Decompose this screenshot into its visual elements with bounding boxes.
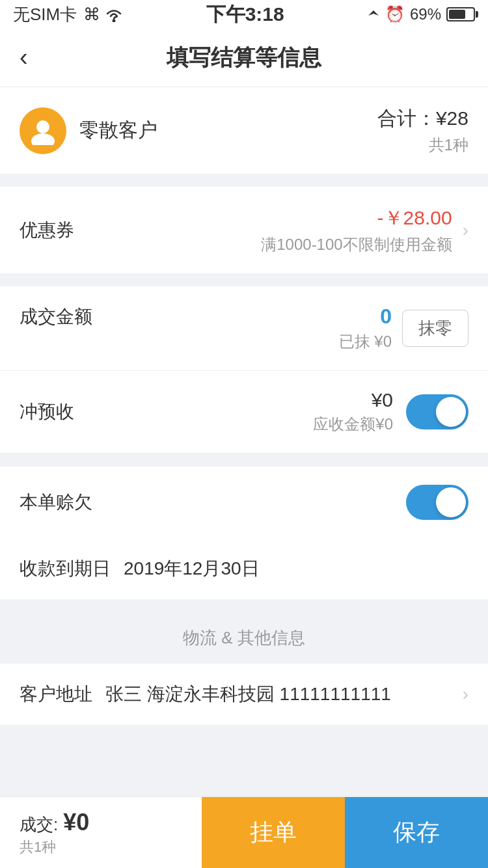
prepay-sub: 应收金额¥0 — [313, 414, 393, 435]
user-icon — [29, 116, 57, 145]
bottom-left: 成交: ¥0 共1种 — [0, 809, 202, 857]
svg-point-0 — [113, 19, 116, 22]
wifi-icon: ⌘ — [83, 5, 123, 25]
credit-toggle-knob — [436, 487, 466, 517]
battery-percent: 69% — [410, 5, 441, 23]
round-button[interactable]: 抹零 — [402, 310, 468, 347]
prepay-row: 冲预收 ¥0 应收金额¥0 — [0, 371, 488, 454]
prepay-toggle[interactable] — [406, 394, 468, 429]
toggle-knob — [436, 397, 466, 427]
total-count: 共1种 — [377, 135, 468, 156]
prepay-right: ¥0 应收金额¥0 — [313, 389, 468, 435]
deal-sub: 已抹 ¥0 — [339, 331, 392, 352]
credit-toggle[interactable] — [406, 485, 468, 520]
nav-bar: ‹ 填写结算等信息 — [0, 29, 488, 87]
customer-row: 零散客户 合计：¥28 共1种 — [0, 87, 488, 174]
customer-right: 合计：¥28 共1种 — [377, 105, 468, 156]
deal-value[interactable]: 0 — [380, 305, 392, 329]
deal-label: 成交金额 — [20, 305, 92, 329]
prepay-label: 冲预收 — [20, 400, 74, 424]
location-icon — [367, 5, 380, 23]
deal-input-wrap: 0 已抹 ¥0 — [339, 305, 392, 352]
credit-label: 本单赊欠 — [20, 490, 92, 515]
deal-row: 成交金额 0 已抹 ¥0 抹零 — [0, 286, 488, 371]
customer-name: 零散客户 — [79, 117, 157, 144]
address-left: 客户地址 张三 海淀永丰科技园 11111111111 — [20, 682, 391, 707]
save-button[interactable]: 保存 — [345, 797, 488, 869]
total-amount: 合计：¥28 — [377, 105, 468, 132]
coupon-section: 优惠券 -￥28.00 满1000-100不限制使用金额 › — [0, 187, 488, 273]
due-label: 收款到期日 — [20, 556, 111, 581]
address-value: 张三 海淀永丰科技园 11111111111 — [105, 682, 391, 707]
chevron-right-icon: › — [463, 220, 468, 241]
battery-icon — [446, 7, 475, 21]
due-date-row: 收款到期日 2019年12月30日 — [0, 538, 488, 599]
address-label: 客户地址 — [20, 682, 92, 707]
bottom-count: 共1种 — [20, 837, 182, 857]
address-row[interactable]: 客户地址 张三 海淀永丰科技园 11111111111 › — [0, 664, 488, 725]
bottom-deal-amount: ¥0 — [63, 809, 89, 836]
coupon-amount: -￥28.00 — [261, 205, 452, 232]
page-title: 填写结算等信息 — [167, 43, 321, 73]
due-value: 2019年12月30日 — [124, 556, 260, 581]
back-button[interactable]: ‹ — [20, 44, 28, 72]
alarm-icon: ⏰ — [385, 5, 405, 23]
content: 零散客户 合计：¥28 共1种 优惠券 -￥28.00 满1000-100不限制… — [0, 87, 488, 816]
logistics-title: 物流 & 其他信息 — [183, 628, 305, 647]
bottom-deal-label: 成交: — [20, 813, 58, 836]
deal-section: 成交金额 0 已抹 ¥0 抹零 冲预收 ¥0 应收金额¥0 — [0, 286, 488, 454]
credit-section: 本单赊欠 收款到期日 2019年12月30日 — [0, 467, 488, 599]
svg-point-1 — [36, 120, 49, 133]
customer-left: 零散客户 — [20, 107, 157, 154]
coupon-values: -￥28.00 满1000-100不限制使用金额 — [261, 205, 452, 255]
coupon-label: 优惠券 — [20, 218, 74, 243]
coupon-right: -￥28.00 满1000-100不限制使用金额 › — [261, 205, 468, 255]
prepay-value: ¥0 — [313, 389, 393, 411]
coupon-row[interactable]: 优惠券 -￥28.00 满1000-100不限制使用金额 › — [0, 187, 488, 273]
avatar — [20, 107, 66, 154]
status-time: 下午3:18 — [206, 1, 284, 28]
deal-right: 0 已抹 ¥0 抹零 — [339, 305, 468, 352]
status-right: ⏰ 69% — [367, 5, 475, 23]
svg-point-2 — [31, 133, 55, 145]
bottom-bar: 成交: ¥0 共1种 挂单 保存 — [0, 796, 488, 868]
prepay-amounts: ¥0 应收金额¥0 — [313, 389, 393, 435]
logistics-header: 物流 & 其他信息 — [0, 612, 488, 664]
credit-row: 本单赊欠 — [0, 467, 488, 538]
status-left: 无SIM卡 ⌘ — [13, 3, 123, 26]
suspend-button[interactable]: 挂单 — [202, 797, 345, 869]
status-bar: 无SIM卡 ⌘ 下午3:18 ⏰ 69% — [0, 0, 488, 29]
coupon-subtext: 满1000-100不限制使用金额 — [261, 234, 452, 255]
address-chevron-icon: › — [463, 684, 468, 705]
carrier-text: 无SIM卡 — [13, 3, 77, 26]
